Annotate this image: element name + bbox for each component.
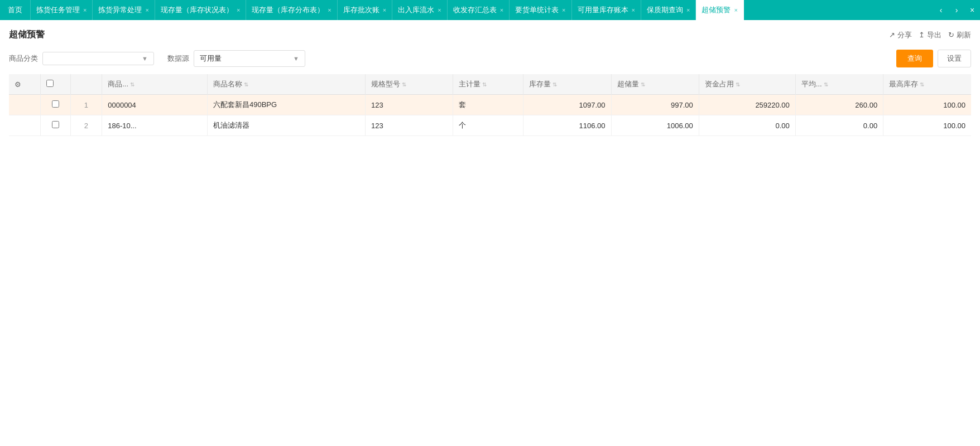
table-header-row: ⚙ 商品... ⇅ 商品名称 ⇅ — [9, 74, 971, 95]
table-body: 1 0000004 六配套新昌490BPG 123 套 1097.00 997.… — [9, 95, 971, 136]
row-name-1: 机油滤清器 — [207, 115, 365, 136]
nav-close-task-mgmt[interactable]: × — [83, 7, 87, 13]
row-gear-cell — [9, 115, 41, 136]
nav-arrow-right[interactable]: › — [949, 0, 964, 20]
nav-item-overstock-warning[interactable]: 超储预警 × — [696, 0, 743, 20]
refresh-label: 刷新 — [957, 30, 971, 40]
row-checkbox-cell — [41, 95, 70, 115]
th-name[interactable]: 商品名称 ⇅ — [207, 74, 365, 95]
row-avg-1: 0.00 — [795, 115, 883, 136]
category-select[interactable]: ▼ — [42, 52, 154, 65]
sort-name-icon: ⇅ — [244, 81, 248, 88]
header-actions: ↗ 分享 ↥ 导出 ↻ 刷新 — [889, 30, 971, 40]
nav-item-exception[interactable]: 拣货异常处理 × — [93, 0, 155, 20]
nav-item-expiry[interactable]: 保质期查询 × — [641, 0, 696, 20]
sort-capital-icon: ⇅ — [736, 81, 740, 88]
page-container: 超储预警 ↗ 分享 ↥ 导出 ↻ 刷新 商品分类 ▼ 数据源 — [0, 20, 980, 446]
category-label: 商品分类 — [9, 54, 38, 64]
sort-unit-icon: ⇅ — [482, 81, 487, 88]
sort-over-icon: ⇅ — [641, 81, 645, 88]
th-name-label: 商品名称 — [213, 79, 242, 89]
th-avg-label: 平均... — [801, 79, 822, 89]
nav-close-batch-ledger[interactable]: × — [383, 7, 386, 13]
nav-label-expiry: 保质期查询 — [647, 5, 683, 15]
th-num — [70, 74, 102, 95]
nav-label-stock-status: 现存量（库存状况表） — [161, 5, 233, 15]
nav-close-summary[interactable]: × — [500, 7, 503, 13]
nav-label-batch-ledger: 库存批次账 — [343, 5, 379, 15]
export-label: 导出 — [927, 30, 941, 40]
nav-item-batch-ledger[interactable]: 库存批次账 × — [338, 0, 392, 20]
filter-row: 商品分类 ▼ 数据源 可用量 ▼ 查询 设置 — [9, 50, 971, 67]
refresh-link[interactable]: ↻ 刷新 — [948, 30, 971, 40]
nav-label-available-ledger: 可用量库存账本 — [578, 5, 628, 15]
nav-close-order-stats[interactable]: × — [562, 7, 565, 13]
page-header: 超储预警 ↗ 分享 ↥ 导出 ↻ 刷新 — [9, 29, 971, 41]
row-capital-0: 259220.00 — [699, 95, 795, 115]
top-nav: 首页 拣货任务管理 × 拣货异常处理 × 现存量（库存状况表） × 现存量（库存… — [0, 0, 980, 20]
nav-label-inout-flow: 出入库流水 — [398, 5, 434, 15]
nav-close-overstock-warning[interactable]: × — [734, 7, 737, 13]
nav-item-available-ledger[interactable]: 可用量库存账本 × — [572, 0, 641, 20]
th-spec[interactable]: 规格型号 ⇅ — [366, 74, 453, 95]
table-row: 1 0000004 六配套新昌490BPG 123 套 1097.00 997.… — [9, 95, 971, 115]
nav-label-order-stats: 要货单统计表 — [515, 5, 559, 15]
nav-arrow-close[interactable]: × — [964, 0, 980, 20]
nav-close-stock-dist[interactable]: × — [328, 7, 331, 13]
row-max-1: 100.00 — [883, 115, 971, 136]
share-icon: ↗ — [889, 31, 895, 39]
th-max[interactable]: 最高库存 ⇅ — [883, 74, 971, 95]
nav-close-inout-flow[interactable]: × — [438, 7, 441, 13]
share-link[interactable]: ↗ 分享 — [889, 30, 912, 40]
sort-code-icon: ⇅ — [130, 81, 134, 88]
th-max-label: 最高库存 — [889, 79, 918, 89]
datasource-select[interactable]: 可用量 ▼ — [194, 50, 305, 67]
row-checkbox-cell — [41, 115, 70, 136]
nav-item-inout-flow[interactable]: 出入库流水 × — [392, 0, 447, 20]
th-gear: ⚙ — [9, 74, 41, 95]
th-stock-label: 库存量 — [529, 79, 551, 89]
nav-close-expiry[interactable]: × — [686, 7, 690, 13]
th-avg[interactable]: 平均... ⇅ — [795, 74, 883, 95]
export-link[interactable]: ↥ 导出 — [919, 30, 941, 40]
row-checkbox-0[interactable] — [52, 100, 59, 108]
export-icon: ↥ — [919, 31, 925, 39]
nav-item-stock-dist[interactable]: 现存量（库存分布表） × — [246, 0, 337, 20]
datasource-label: 数据源 — [167, 54, 189, 64]
th-over-label: 超储量 — [617, 79, 639, 89]
th-capital-label: 资金占用 — [705, 79, 734, 89]
th-unit[interactable]: 主计量 ⇅ — [453, 74, 523, 95]
nav-close-stock-status[interactable]: × — [237, 7, 240, 13]
nav-label-home: 首页 — [8, 5, 22, 15]
th-code[interactable]: 商品... ⇅ — [102, 74, 208, 95]
nav-arrow-left[interactable]: ‹ — [933, 0, 949, 20]
query-button[interactable]: 查询 — [896, 50, 933, 67]
sort-stock-icon: ⇅ — [553, 81, 557, 88]
nav-close-exception[interactable]: × — [145, 7, 148, 13]
nav-item-stock-status[interactable]: 现存量（库存状况表） × — [155, 0, 246, 20]
row-spec-0: 123 — [366, 95, 453, 115]
th-capital[interactable]: 资金占用 ⇅ — [699, 74, 795, 95]
sort-spec-icon: ⇅ — [402, 81, 406, 88]
row-over-1: 1006.00 — [611, 115, 699, 136]
th-stock[interactable]: 库存量 ⇅ — [523, 74, 611, 95]
table-row: 2 186-10... 机油滤清器 123 个 1106.00 1006.00 … — [9, 115, 971, 136]
table-header: ⚙ 商品... ⇅ 商品名称 ⇅ — [9, 74, 971, 95]
select-all-checkbox[interactable] — [46, 80, 54, 87]
filter-buttons: 查询 设置 — [896, 50, 971, 67]
nav-label-overstock-warning: 超储预警 — [702, 5, 731, 15]
row-checkbox-1[interactable] — [52, 121, 59, 128]
nav-item-task-mgmt[interactable]: 拣货任务管理 × — [31, 0, 93, 20]
page-title: 超储预警 — [9, 29, 45, 41]
category-chevron-icon: ▼ — [142, 55, 148, 62]
settings-button[interactable]: 设置 — [938, 50, 971, 67]
th-over[interactable]: 超储量 ⇅ — [611, 74, 699, 95]
datasource-chevron-icon: ▼ — [293, 55, 299, 62]
nav-close-available-ledger[interactable]: × — [632, 7, 635, 13]
nav-arrows: ‹ › × — [933, 0, 980, 20]
nav-item-summary[interactable]: 收发存汇总表 × — [448, 0, 510, 20]
filter-category: 商品分类 ▼ — [9, 52, 154, 65]
nav-item-order-stats[interactable]: 要货单统计表 × — [510, 0, 571, 20]
nav-item-home[interactable]: 首页 — [0, 0, 31, 20]
gear-icon[interactable]: ⚙ — [15, 80, 21, 89]
